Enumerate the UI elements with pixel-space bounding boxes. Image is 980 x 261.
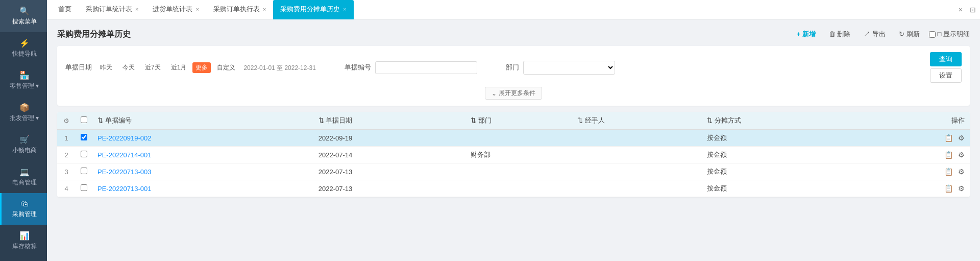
- row-handler: [572, 147, 702, 163]
- date-today-btn[interactable]: 今天: [118, 62, 139, 73]
- main-area: 首页采购订单统计表×进货单统计表×采购订单执行表×采购费用分摊单历史× × ⊡ …: [47, 0, 980, 261]
- row-num: 2: [57, 147, 76, 163]
- sidebar-item-ecommerce[interactable]: 💻电商管理: [0, 161, 47, 193]
- row-handler: [572, 163, 702, 180]
- select-all-checkbox[interactable]: [81, 116, 87, 123]
- window-close-btn[interactable]: ×: [959, 6, 963, 14]
- row-date: 2022-07-13: [313, 180, 466, 197]
- order-no-input[interactable]: [375, 61, 477, 74]
- sidebar-item-retail[interactable]: 🏪零售管理 ▾: [0, 64, 47, 97]
- content-area: 采购费用分摊单历史 + 新增 🗑 删除 ↗ 导出 ↻ 刷新 □ 显示明细 单据日…: [47, 19, 980, 261]
- query-button[interactable]: 查询: [930, 52, 962, 66]
- order-no-label: 单据编号: [345, 63, 371, 72]
- sidebar-item-shortcut[interactable]: ⚡快捷导航: [0, 32, 47, 64]
- expand-more-btn[interactable]: ⌄ 展开更多条件: [485, 87, 542, 100]
- date-quick-btns: 昨天 今天 近7天 近1月 更多 自定义: [96, 62, 239, 73]
- action-more-icon[interactable]: ⚙: [958, 184, 965, 193]
- row-split-method: 按金额: [702, 147, 854, 163]
- tab-close-purchase-fee[interactable]: ×: [343, 0, 346, 19]
- date-range-display: 2022-01-01 至 2022-12-31: [243, 64, 315, 73]
- col-date[interactable]: ⇅ 单据日期: [313, 112, 466, 130]
- filter-section: 单据日期 昨天 今天 近7天 近1月 更多 自定义 2022-01-01 至 2…: [57, 46, 970, 106]
- date-filter-label: 单据日期: [65, 63, 92, 72]
- col-order-no[interactable]: ⇅ 单据编号: [92, 112, 313, 130]
- action-more-icon[interactable]: ⚙: [958, 134, 965, 142]
- col-actions: 操作: [854, 112, 970, 130]
- toolbar: + 新增 🗑 删除 ↗ 导出 ↻ 刷新 □ 显示明细: [792, 28, 970, 41]
- row-dept: [465, 130, 572, 147]
- sidebar-label-inventory: 库存核算: [4, 242, 45, 251]
- date-1month-btn[interactable]: 近1月: [167, 62, 191, 73]
- dept-select[interactable]: [523, 61, 615, 75]
- sidebar-item-inventory[interactable]: 📊库存核算: [0, 225, 47, 257]
- window-maximize-btn[interactable]: ⊡: [970, 6, 976, 14]
- table-row: 3 PE-20220713-003 2022-07-13 按金额 📋 ⚙: [57, 163, 970, 180]
- action-more-icon[interactable]: ⚙: [958, 168, 965, 176]
- tab-purchase-fee[interactable]: 采购费用分摊单历史×: [273, 0, 353, 19]
- tab-purchase-order-exec[interactable]: 采购订单执行表×: [206, 0, 273, 19]
- tab-home[interactable]: 首页: [51, 0, 79, 19]
- row-checkbox[interactable]: [81, 184, 87, 191]
- row-actions: 📋 ⚙: [854, 180, 970, 197]
- sidebar-item-finance[interactable]: 💰资金管理: [0, 257, 47, 261]
- sidebar-item-mini[interactable]: 🛒小畅电商: [0, 129, 47, 161]
- col-settings[interactable]: ⚙: [57, 112, 76, 130]
- sidebar-item-search[interactable]: 🔍搜索菜单: [0, 0, 47, 32]
- tab-label-incoming-stat: 进货单统计表: [153, 0, 192, 19]
- sidebar-icon-search: 🔍: [4, 6, 45, 16]
- order-no-link[interactable]: PE-20220919-002: [97, 134, 152, 142]
- tab-close-purchase-order-exec[interactable]: ×: [263, 0, 266, 19]
- action-edit-icon[interactable]: 📋: [944, 151, 953, 159]
- row-handler: [572, 180, 702, 197]
- sidebar-icon-wholesale: 📦: [4, 103, 45, 112]
- row-order-no: PE-20220714-001: [92, 147, 313, 163]
- sidebar-icon-mini: 🛒: [4, 135, 45, 145]
- sidebar: 🔍搜索菜单⚡快捷导航🏪零售管理 ▾📦批发管理 ▾🛒小畅电商💻电商管理🛍采购管理📊…: [0, 0, 47, 261]
- sidebar-label-ecommerce: 电商管理: [4, 178, 45, 187]
- sidebar-item-wholesale[interactable]: 📦批发管理 ▾: [0, 97, 47, 129]
- row-checkbox[interactable]: [81, 168, 87, 174]
- show-detail-checkbox[interactable]: □ 显示明细: [929, 30, 970, 39]
- action-more-icon[interactable]: ⚙: [958, 151, 965, 159]
- row-split-method: 按金额: [702, 180, 854, 197]
- sidebar-item-purchase[interactable]: 🛍采购管理: [0, 193, 47, 225]
- tab-purchase-order-stat[interactable]: 采购订单统计表×: [79, 0, 145, 19]
- row-actions: 📋 ⚙: [854, 163, 970, 180]
- order-no-link[interactable]: PE-20220713-003: [97, 168, 152, 176]
- row-checkbox[interactable]: [81, 151, 87, 157]
- date-custom-btn[interactable]: 自定义: [213, 62, 239, 73]
- action-edit-icon[interactable]: 📋: [944, 134, 953, 142]
- tab-label-purchase-fee: 采购费用分摊单历史: [280, 0, 340, 19]
- order-no-link[interactable]: PE-20220713-001: [97, 185, 152, 193]
- action-edit-icon[interactable]: 📋: [944, 168, 953, 176]
- row-checkbox-cell: [76, 147, 92, 163]
- row-dept: [465, 163, 572, 180]
- row-date: 2022-07-13: [313, 163, 466, 180]
- delete-button[interactable]: 🗑 删除: [825, 28, 855, 41]
- tab-close-incoming-stat[interactable]: ×: [195, 0, 199, 19]
- action-edit-icon[interactable]: 📋: [944, 184, 953, 193]
- export-button[interactable]: ↗ 导出: [860, 28, 890, 41]
- order-no-filter-group: 单据编号: [345, 61, 477, 74]
- settings-button[interactable]: 设置: [930, 68, 962, 83]
- sidebar-label-mini: 小畅电商: [4, 146, 45, 155]
- date-more-btn[interactable]: 更多: [192, 62, 211, 73]
- col-split-method[interactable]: ⇅ 分摊方式: [702, 112, 854, 130]
- date-yesterday-btn[interactable]: 昨天: [96, 62, 116, 73]
- date-7days-btn[interactable]: 近7天: [141, 62, 165, 73]
- add-button[interactable]: + 新增: [792, 28, 819, 41]
- tab-incoming-stat[interactable]: 进货单统计表×: [145, 0, 206, 19]
- dept-filter-group: 部门: [506, 61, 615, 75]
- row-checkbox[interactable]: [81, 134, 87, 140]
- show-detail-input[interactable]: [929, 31, 936, 38]
- refresh-button[interactable]: ↻ 刷新: [895, 28, 924, 41]
- expand-label: 展开更多条件: [499, 89, 535, 98]
- order-no-link[interactable]: PE-20220714-001: [97, 151, 152, 159]
- row-handler: [572, 130, 702, 147]
- col-dept[interactable]: ⇅ 部门: [465, 112, 572, 130]
- tab-close-purchase-order-stat[interactable]: ×: [135, 0, 138, 19]
- sidebar-icon-retail: 🏪: [4, 70, 45, 80]
- tab-label-purchase-order-stat: 采购订单统计表: [86, 0, 132, 19]
- col-handler[interactable]: ⇅ 经手人: [572, 112, 702, 130]
- sidebar-label-purchase: 采购管理: [4, 210, 45, 219]
